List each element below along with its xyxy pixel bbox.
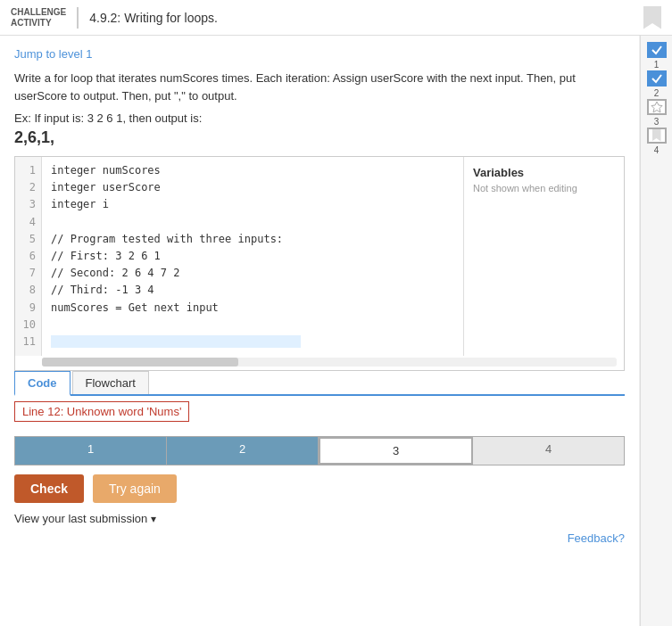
test-case-2[interactable]: 2: [167, 437, 319, 465]
description-text: Write a for loop that iterates numScores…: [14, 70, 625, 104]
test-case-3[interactable]: 3: [319, 437, 473, 465]
error-message: Line 12: Unknown word 'Nums': [14, 401, 189, 422]
sidebar-level-2[interactable]: 2: [646, 71, 668, 96]
line-numbers: 1 2 3 4 5 6 7 8 9 10 11: [15, 157, 42, 356]
test-case-1[interactable]: 1: [15, 437, 167, 465]
tab-flowchart[interactable]: Flowchart: [72, 371, 149, 394]
editor-tabs: Code Flowchart: [14, 371, 625, 396]
level-4-icon: [647, 128, 667, 144]
sidebar: 1 2 3 4: [640, 36, 672, 626]
test-cases-bar: 1 2 3 4: [14, 436, 625, 465]
check-button[interactable]: Check: [14, 474, 84, 503]
action-buttons: Check Try again: [14, 474, 625, 503]
code-text-area[interactable]: integer numScores integer userScore inte…: [42, 157, 463, 356]
tab-code[interactable]: Code: [14, 371, 71, 396]
sidebar-level-3[interactable]: 3: [646, 100, 668, 125]
svg-marker-0: [651, 102, 662, 112]
test-case-4[interactable]: 4: [473, 437, 624, 465]
content-area: Jump to level 1 Write a for loop that it…: [0, 36, 640, 626]
code-editor: 1 2 3 4 5 6 7 8 9 10 11 integer numScore…: [14, 156, 625, 371]
example-label: Ex: If input is: 3 2 6 1, then output is…: [14, 111, 625, 125]
jump-to-level-link[interactable]: Jump to level 1: [14, 47, 92, 61]
level-1-icon: [647, 42, 667, 58]
variables-subtitle: Not shown when editing: [473, 183, 615, 194]
main-container: Jump to level 1 Write a for loop that it…: [0, 36, 672, 626]
challenge-title: 4.9.2: Writing for loops.: [89, 11, 218, 25]
sidebar-level-4[interactable]: 4: [646, 128, 668, 153]
challenge-label: CHALLENGE ACTIVITY: [11, 7, 79, 29]
sidebar-level-1[interactable]: 1: [646, 43, 668, 68]
try-again-button[interactable]: Try again: [93, 474, 177, 503]
variables-title: Variables: [473, 166, 615, 179]
chevron-down-icon: ▾: [151, 513, 156, 525]
level-2-icon: [647, 70, 667, 86]
variables-panel: Variables Not shown when editing: [463, 157, 624, 356]
feedback-link[interactable]: Feedback?: [568, 531, 625, 545]
level-3-icon: [647, 99, 667, 115]
feedback-link-container: Feedback?: [14, 531, 625, 545]
header: CHALLENGE ACTIVITY 4.9.2: Writing for lo…: [0, 0, 672, 36]
view-submission[interactable]: View your last submission ▾: [14, 512, 625, 525]
output-display: 2,6,1,: [14, 128, 625, 147]
bookmark-icon[interactable]: [643, 6, 661, 29]
